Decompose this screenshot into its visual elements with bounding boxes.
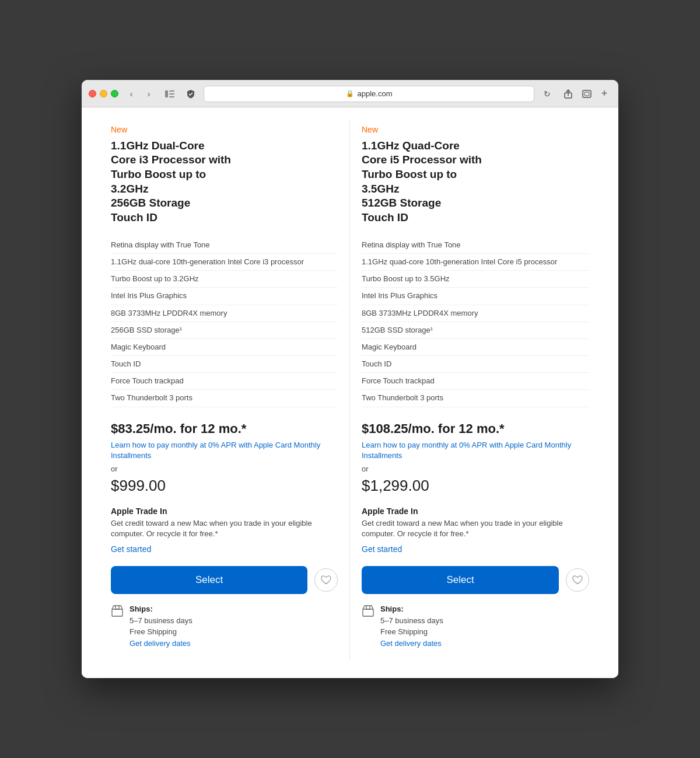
ships-label-2: Ships:	[380, 605, 404, 613]
specs-list-1: Retina display with True Tone 1.1GHz dua…	[111, 237, 338, 407]
wishlist-button-2[interactable]	[566, 568, 589, 592]
spec-item: Touch ID	[111, 356, 338, 373]
products-grid: New 1.1GHz Dual-CoreCore i3 Processor wi…	[99, 119, 601, 661]
price-section-2: $108.25/mo. for 12 mo.* Learn how to pay…	[362, 421, 589, 495]
badge-new-2: New	[362, 125, 589, 134]
spec-item: 1.1GHz dual-core 10th-generation Intel C…	[111, 254, 338, 271]
share-button[interactable]	[560, 87, 576, 101]
url-text: apple.com	[358, 89, 393, 98]
full-price-2: $1,299.00	[362, 477, 589, 495]
select-button-1[interactable]: Select	[111, 566, 307, 594]
apple-card-link-2[interactable]: Learn how to pay monthly at 0% APR with …	[362, 440, 589, 461]
delivery-link-1[interactable]: Get delivery dates	[130, 639, 191, 648]
svg-rect-1	[169, 90, 174, 92]
minimize-button[interactable]	[100, 90, 107, 97]
svg-rect-8	[363, 609, 373, 616]
wishlist-button-1[interactable]	[314, 568, 338, 592]
spec-item: Touch ID	[362, 356, 589, 373]
spec-item: Two Thunderbolt 3 ports	[362, 390, 589, 407]
close-button[interactable]	[89, 90, 96, 97]
spec-item: Force Touch trackpad	[362, 373, 589, 390]
trade-in-title-2: Apple Trade In	[362, 507, 589, 516]
spec-item: 8GB 3733MHz LPDDR4X memory	[111, 305, 338, 322]
delivery-link-2[interactable]: Get delivery dates	[380, 639, 442, 648]
spec-item: Two Thunderbolt 3 ports	[111, 390, 338, 407]
spec-item: Intel Iris Plus Graphics	[111, 288, 338, 305]
svg-rect-0	[165, 90, 168, 97]
select-button-2[interactable]: Select	[362, 566, 559, 594]
spec-item: Magic Keyboard	[362, 339, 589, 356]
or-text-1: or	[111, 464, 338, 473]
sidebar-button[interactable]	[162, 87, 178, 101]
ships-time-2: 5–7 business days	[380, 616, 443, 625]
product-card-2: New 1.1GHz Quad-CoreCore i5 Processor wi…	[350, 119, 601, 661]
trade-in-section-1: Apple Trade In Get credit toward a new M…	[111, 507, 338, 554]
spec-item: 256GB SSD storage¹	[111, 322, 338, 339]
svg-rect-5	[583, 90, 591, 97]
tabs-button[interactable]	[579, 87, 595, 101]
spec-item: Intel Iris Plus Graphics	[362, 288, 589, 305]
badge-new-1: New	[111, 125, 338, 134]
specs-list-2: Retina display with True Tone 1.1GHz qua…	[362, 237, 589, 407]
monthly-price-1: $83.25/mo. for 12 mo.*	[111, 421, 338, 436]
toolbar-right: +	[560, 87, 611, 101]
spec-item: 512GB SSD storage¹	[362, 322, 589, 339]
spec-item: Turbo Boost up to 3.2GHz	[111, 271, 338, 288]
svg-rect-7	[112, 609, 123, 616]
or-text-2: or	[362, 464, 589, 473]
shipping-info-2: Ships: 5–7 business days Free Shipping G…	[380, 603, 443, 649]
spec-item: 8GB 3733MHz LPDDR4X memory	[362, 305, 589, 322]
get-started-link-2[interactable]: Get started	[362, 544, 402, 554]
monthly-price-2: $108.25/mo. for 12 mo.*	[362, 421, 589, 436]
new-tab-button[interactable]: +	[597, 87, 611, 101]
trade-in-desc-1: Get credit toward a new Mac when you tra…	[111, 518, 338, 539]
page-content: New 1.1GHz Dual-CoreCore i3 Processor wi…	[82, 107, 618, 679]
trade-in-title-1: Apple Trade In	[111, 507, 338, 516]
shipping-section-2: Ships: 5–7 business days Free Shipping G…	[362, 603, 589, 649]
full-price-1: $999.00	[111, 477, 338, 495]
product-title-1: 1.1GHz Dual-CoreCore i3 Processor withTu…	[111, 139, 338, 225]
ships-time-1: 5–7 business days	[130, 616, 192, 625]
shield-button[interactable]	[183, 87, 199, 101]
box-icon-2	[362, 605, 374, 620]
spec-item: 1.1GHz quad-core 10th-generation Intel C…	[362, 254, 589, 271]
product-card-1: New 1.1GHz Dual-CoreCore i3 Processor wi…	[99, 119, 350, 661]
get-started-link-1[interactable]: Get started	[111, 544, 151, 554]
trade-in-section-2: Apple Trade In Get credit toward a new M…	[362, 507, 589, 554]
spec-item: Magic Keyboard	[111, 339, 338, 356]
select-row-1: Select	[111, 566, 338, 594]
lock-icon: 🔒	[346, 90, 354, 97]
select-row-2: Select	[362, 566, 589, 594]
shipping-info-1: Ships: 5–7 business days Free Shipping G…	[130, 603, 192, 649]
product-title-2: 1.1GHz Quad-CoreCore i5 Processor withTu…	[362, 139, 589, 225]
apple-card-link-1[interactable]: Learn how to pay monthly at 0% APR with …	[111, 440, 338, 461]
spec-item: Retina display with True Tone	[111, 237, 338, 254]
svg-rect-2	[169, 93, 174, 95]
price-section-1: $83.25/mo. for 12 mo.* Learn how to pay …	[111, 421, 338, 495]
box-icon-1	[111, 605, 124, 620]
free-shipping-2: Free Shipping	[380, 627, 428, 636]
svg-rect-3	[169, 96, 174, 97]
spec-item: Retina display with True Tone	[362, 237, 589, 254]
spec-item: Force Touch trackpad	[111, 373, 338, 390]
back-button[interactable]: ‹	[123, 87, 139, 101]
free-shipping-1: Free Shipping	[130, 627, 177, 636]
nav-buttons: ‹ ›	[123, 87, 157, 101]
trade-in-desc-2: Get credit toward a new Mac when you tra…	[362, 518, 589, 539]
fullscreen-button[interactable]	[111, 90, 118, 97]
browser-window: ‹ › 🔒 apple.com ↻	[82, 80, 618, 679]
ships-label-1: Ships:	[130, 605, 153, 613]
traffic-lights	[89, 90, 118, 97]
spec-item: Turbo Boost up to 3.5GHz	[362, 271, 589, 288]
refresh-button[interactable]: ↻	[539, 87, 555, 101]
forward-button[interactable]: ›	[141, 87, 157, 101]
svg-rect-6	[584, 92, 589, 96]
shipping-section-1: Ships: 5–7 business days Free Shipping G…	[111, 603, 338, 649]
browser-chrome: ‹ › 🔒 apple.com ↻	[82, 80, 618, 107]
address-bar[interactable]: 🔒 apple.com	[204, 86, 534, 102]
